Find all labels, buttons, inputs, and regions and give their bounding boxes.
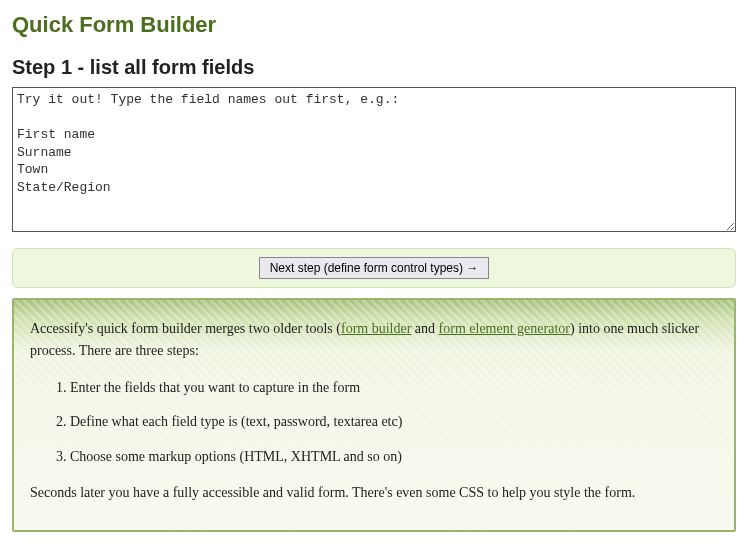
step-item: Choose some markup options (HTML, XHTML … <box>70 446 718 468</box>
step-heading: Step 1 - list all form fields <box>12 56 736 79</box>
fields-textarea[interactable] <box>12 87 736 232</box>
info-outro: Seconds later you have a fully accessibl… <box>30 482 718 504</box>
step-item: Define what each field type is (text, pa… <box>70 411 718 433</box>
form-element-generator-link[interactable]: form element generator <box>439 321 570 336</box>
page-title: Quick Form Builder <box>12 12 736 38</box>
form-builder-link[interactable]: form builder <box>341 321 411 336</box>
info-panel: Accessify's quick form builder merges tw… <box>12 298 736 532</box>
button-bar: Next step (define form control types) → <box>12 248 736 288</box>
info-intro-text-1: Accessify's quick form builder merges tw… <box>30 321 341 336</box>
step-item: Enter the fields that you want to captur… <box>70 377 718 399</box>
steps-list: Enter the fields that you want to captur… <box>30 377 718 468</box>
info-intro-text-2: and <box>411 321 438 336</box>
next-step-button[interactable]: Next step (define form control types) → <box>259 257 490 279</box>
info-intro: Accessify's quick form builder merges tw… <box>30 318 718 363</box>
